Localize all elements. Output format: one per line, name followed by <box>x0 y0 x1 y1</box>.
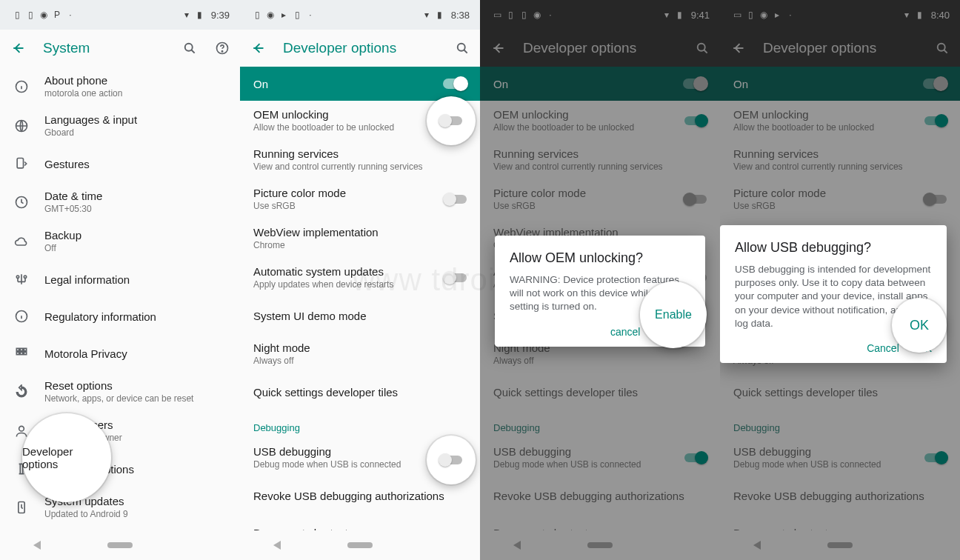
system-row-8[interactable]: Reset optionsNetwork, apps, or device ca… <box>0 372 240 411</box>
dev-row-10[interactable]: Revoke USB debugging authorizations <box>240 477 480 514</box>
back-icon[interactable] <box>490 41 505 56</box>
dev-row-2[interactable]: Picture color modeUse sRGB <box>480 179 720 219</box>
system-row-4[interactable]: BackupOff <box>0 221 240 261</box>
system-row-3[interactable]: Date & timeGMT+05:30 <box>0 182 240 221</box>
back-icon[interactable] <box>10 41 25 56</box>
dev-row-10[interactable]: Revoke USB debugging authorizations <box>480 477 720 514</box>
cancel-button[interactable]: Cancel <box>867 342 899 354</box>
nav-home-icon[interactable] <box>347 542 373 548</box>
master-switch-row[interactable]: On <box>720 67 960 101</box>
cloud-icon <box>13 234 30 249</box>
row-title: Running services <box>493 147 707 160</box>
row-title: Revoke USB debugging authorizations <box>493 490 707 502</box>
dev-row-11[interactable]: Bug report shortcut <box>240 514 480 530</box>
nav-home-icon[interactable] <box>107 542 133 548</box>
system-row-5[interactable]: Legal information <box>0 261 240 298</box>
row-title: USB debugging <box>733 445 910 458</box>
nav-home-icon[interactable] <box>587 542 613 548</box>
system-row-2[interactable]: Gestures <box>0 145 240 182</box>
dev-row-1[interactable]: Running servicesView and control current… <box>480 140 720 179</box>
search-icon[interactable] <box>695 41 710 56</box>
dev-row-9[interactable]: USB debuggingDebug mode when USB is conn… <box>720 438 960 477</box>
row-title: Picture color mode <box>253 187 430 199</box>
row-title: Revoke USB debugging authorizations <box>253 490 467 502</box>
dev-row-7[interactable]: Quick settings developer tiles <box>720 373 960 410</box>
status-icon: · <box>305 10 316 20</box>
usb-dialog: Allow USB debugging? USB debugging is in… <box>720 225 947 363</box>
usb-toggle[interactable] <box>924 453 947 462</box>
dev-row-5[interactable]: System UI demo mode <box>240 297 480 334</box>
row-title: Running services <box>733 147 947 160</box>
dev-row-0[interactable]: OEM unlockingAllow the bootloader to be … <box>480 101 720 140</box>
system-row-7[interactable]: Motorola Privacy <box>0 335 240 372</box>
dev-row-10[interactable]: Revoke USB debugging authorizations <box>720 477 960 514</box>
dev-row-2[interactable]: Picture color modeUse sRGB <box>240 179 480 219</box>
dev-row-1[interactable]: Running servicesView and control current… <box>720 140 960 179</box>
dev-row-9[interactable]: USB debuggingDebug mode when USB is conn… <box>240 438 480 477</box>
usb-toggle[interactable] <box>684 453 707 462</box>
dev-row-7[interactable]: Quick settings developer tiles <box>240 373 480 410</box>
master-switch[interactable] <box>443 79 467 89</box>
nav-back-icon[interactable] <box>273 541 281 550</box>
enable-button[interactable]: Enable <box>658 326 690 338</box>
user-icon <box>13 424 30 439</box>
dev-row-3[interactable]: WebView implementationChrome <box>240 219 480 258</box>
svg-point-0 <box>185 44 193 51</box>
dev-row-7[interactable]: Quick settings developer tiles <box>480 373 720 410</box>
row-title: Quick settings developer tiles <box>733 386 947 399</box>
master-switch-row[interactable]: On <box>480 67 720 101</box>
back-icon[interactable] <box>730 41 745 56</box>
nav-back-icon[interactable] <box>753 541 761 550</box>
dev-row-1[interactable]: Running servicesView and control current… <box>240 140 480 179</box>
system-row-10[interactable]: Developer options <box>0 450 240 487</box>
search-icon[interactable] <box>182 41 197 56</box>
row-subtitle: Signed in as Owner <box>44 433 227 443</box>
master-switch[interactable] <box>683 79 707 89</box>
system-row-6[interactable]: Regulatory information <box>0 298 240 335</box>
svg-point-10 <box>19 426 24 431</box>
row-subtitle: Apply updates when device restarts <box>253 279 430 290</box>
cancel-button[interactable]: cancel <box>610 326 640 338</box>
pic-toggle[interactable] <box>684 195 707 204</box>
reset-icon <box>13 384 30 399</box>
usb-toggle[interactable] <box>444 453 467 462</box>
search-icon[interactable] <box>455 41 470 56</box>
oem-toggle[interactable] <box>444 116 467 125</box>
master-switch-row[interactable]: On <box>240 67 480 101</box>
dev-row-2[interactable]: Picture color modeUse sRGB <box>720 179 960 219</box>
dev-row-0[interactable]: OEM unlockingAllow the bootloader to be … <box>720 101 960 140</box>
status-icon: · <box>65 10 76 20</box>
row-subtitle: motorola one action <box>44 88 227 99</box>
nav-back-icon[interactable] <box>513 541 521 550</box>
back-icon[interactable] <box>250 41 265 56</box>
oem-toggle[interactable] <box>924 116 947 125</box>
row-title: Legal information <box>44 273 227 286</box>
dev-row-4[interactable]: Automatic system updatesApply updates wh… <box>240 258 480 297</box>
pic-toggle[interactable] <box>924 195 947 204</box>
ok-button[interactable]: OK <box>917 342 932 354</box>
dev-row-6[interactable]: Night modeAlways off <box>240 334 480 373</box>
page-title: Developer options <box>523 40 677 56</box>
master-switch[interactable] <box>923 79 947 89</box>
system-row-0[interactable]: About phonemotorola one action <box>0 67 240 106</box>
battery-icon: ▮ <box>435 10 445 20</box>
dev-row-9[interactable]: USB debuggingDebug mode when USB is conn… <box>480 438 720 477</box>
search-icon[interactable] <box>935 41 950 56</box>
dev-row-11[interactable]: Bug report shortcut <box>480 514 720 530</box>
system-row-1[interactable]: Languages & inputGboard <box>0 106 240 145</box>
nav-back-icon[interactable] <box>33 541 41 550</box>
row-title: Multiple users <box>44 419 227 431</box>
dev-row-11[interactable]: Bug report shortcut <box>720 514 960 530</box>
status-icon: ◉ <box>39 10 49 20</box>
row-subtitle: Always off <box>493 356 707 366</box>
nav-home-icon[interactable] <box>827 542 853 548</box>
pic-toggle[interactable] <box>444 195 467 204</box>
grid-icon <box>13 346 30 361</box>
system-row-9[interactable]: Multiple usersSigned in as Owner <box>0 411 240 450</box>
asu-toggle[interactable] <box>444 273 467 282</box>
help-icon[interactable] <box>215 41 230 56</box>
oem-toggle[interactable] <box>684 116 707 125</box>
system-row-11[interactable]: System updatesUpdated to Android 9 <box>0 487 240 527</box>
row-title: Quick settings developer tiles <box>493 386 707 399</box>
dev-row-0[interactable]: OEM unlockingAllow the bootloader to be … <box>240 101 480 140</box>
